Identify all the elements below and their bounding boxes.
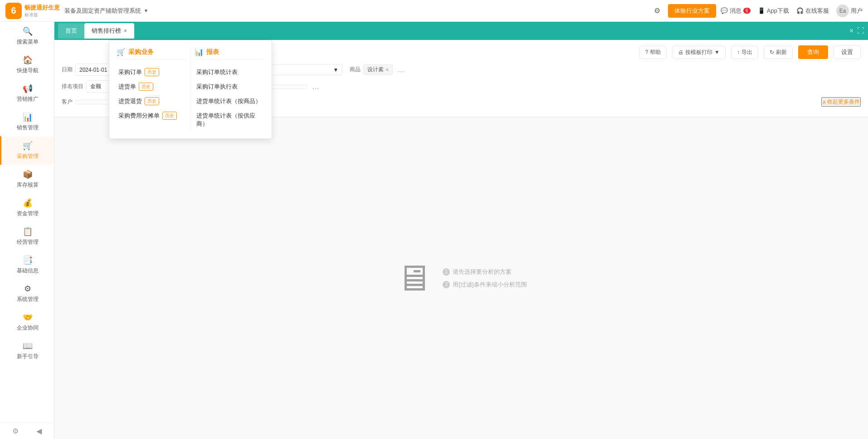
history-tag-0: 历史 [145, 68, 159, 76]
template-print-btn[interactable]: 🖨 按模板打印 ▼ [672, 46, 726, 59]
tab-home[interactable]: 首页 [58, 23, 84, 39]
query-btn[interactable]: 查询 [798, 45, 828, 59]
tab-expand-icon[interactable]: ⛶ [857, 27, 864, 35]
logo-icon: 6 [5, 3, 22, 19]
sidebar-item-guide[interactable]: 📖 新手引导 [0, 336, 54, 365]
goods-tag[interactable]: 设计素 × [363, 64, 393, 75]
sidebar-item-inventory[interactable]: 📦 库存核算 [0, 165, 54, 193]
sidebar-item-marketing[interactable]: 📢 营销推广 [0, 79, 54, 108]
help-icon: ? [645, 49, 648, 55]
goods-filter: 商品 设计素 × … [350, 64, 406, 75]
business-col-icon: 🛒 [117, 48, 126, 56]
sidebar-label-basic: 基础信息 [17, 267, 39, 275]
dropdown-item-order-exec[interactable]: 采购订单执行表 [195, 79, 265, 94]
dropdown-item-return[interactable]: 进货退货 历史 [117, 94, 187, 109]
search-icon: 🔍 [23, 26, 33, 36]
history-tag-2: 历史 [145, 97, 159, 105]
dropdown-col-business-header: 🛒 采购业务 [117, 48, 187, 59]
logo-area: 6 畅捷通好生意 标准版 [5, 3, 60, 19]
dropdown-col-report-header: 📊 报表 [195, 48, 265, 59]
history-tag-3: 历史 [162, 112, 177, 120]
salesman-dots-btn[interactable]: … [310, 83, 321, 91]
dropdown-item-inbound[interactable]: 进货单 历史 [117, 79, 187, 94]
empty-illustration: 🖥 [395, 257, 432, 299]
sales-icon: 📊 [23, 112, 33, 122]
online-service-button[interactable]: 🎧 在线客服 [796, 7, 829, 15]
tab-close-all-icon[interactable]: × [849, 27, 853, 35]
system-title-dropdown[interactable]: ▼ [144, 8, 148, 13]
sidebar-item-operation[interactable]: 📋 经营管理 [0, 222, 54, 251]
sidebar-label-inventory: 库存核算 [17, 181, 39, 189]
tab-bar-right: × ⛶ [849, 27, 864, 35]
operation-icon: 📋 [23, 227, 33, 237]
voucher-dropdown-icon: ▼ [333, 67, 339, 73]
dropdown-item-purchase-order[interactable]: 采购订单 历史 [117, 65, 187, 79]
goods-dots-btn[interactable]: … [395, 66, 406, 74]
app-download-button[interactable]: 📱 App下载 [758, 7, 789, 15]
sidebar-label-purchase: 采购管理 [17, 153, 39, 160]
export-btn[interactable]: ↑ 导出 [731, 46, 758, 59]
headset-icon: 🎧 [796, 7, 804, 14]
print-dropdown-icon: ▼ [714, 49, 720, 55]
refresh-icon: ↻ [770, 49, 774, 55]
sidebar-bottom: ⚙ ◀ [0, 423, 54, 439]
topbar: 6 畅捷通好生意 标准版 装备及固定资产辅助管理系统 ▼ ⚙ 体验行业方案 💬 … [0, 0, 868, 22]
basic-icon: 📑 [23, 255, 33, 265]
sidebar-item-search[interactable]: 🔍 搜索菜单 [0, 22, 54, 50]
user-button[interactable]: Ea 用户 [836, 5, 863, 17]
goods-tag-remove[interactable]: × [385, 67, 389, 73]
dropdown-col-report: 📊 报表 采购订单统计表 采购订单执行表 进货单统计表（按商品） 进货单统计表（… [195, 48, 265, 131]
empty-state: 🖥 1 请先选择要分析的方案 2 用[过滤]条件来缩小分析范围 [395, 257, 527, 299]
sidebar-item-system[interactable]: ⚙ 系统管理 [0, 279, 54, 308]
purchase-dropdown-menu: 🛒 采购业务 采购订单 历史 进货单 历史 进货退货 历史 [109, 40, 272, 139]
collab-icon: 🤝 [23, 312, 33, 322]
message-icon: 💬 [721, 7, 728, 14]
sidebar-label-system: 系统管理 [17, 296, 39, 303]
empty-hints: 1 请先选择要分析的方案 2 用[过滤]条件来缩小分析范围 [443, 268, 527, 289]
dropdown-item-inbound-supplier[interactable]: 进货单统计表（按供应商） [195, 109, 265, 131]
message-button[interactable]: 💬 消息 6 [721, 7, 751, 15]
tab-sales-ranking[interactable]: 销售排行榜 × [84, 23, 134, 39]
trial-button[interactable]: 体验行业方案 [668, 4, 716, 18]
dropdown-item-expense[interactable]: 采购费用分摊单 历史 [117, 109, 187, 123]
logo-text: 畅捷通好生意 标准版 [24, 4, 60, 18]
print-icon: 🖨 [678, 49, 683, 55]
help-btn[interactable]: ? 帮助 [639, 46, 667, 59]
tab-bar: 首页 销售排行榜 × × ⛶ [54, 22, 868, 40]
system-title: 装备及固定资产辅助管理系统 ▼ [64, 7, 646, 15]
sidebar-label-search: 搜索菜单 [17, 38, 39, 46]
sidebar-label-guide: 新手引导 [17, 353, 39, 360]
settings-btn[interactable]: 设置 [834, 45, 861, 59]
sidebar-label-nav: 快捷导航 [17, 67, 39, 74]
gear-button[interactable]: ⚙ [651, 5, 663, 17]
sidebar-item-purchase[interactable]: 🛒 采购管理 [0, 136, 54, 165]
sidebar-setting-btn[interactable]: ⚙ [12, 427, 19, 435]
sidebar-label-sales: 销售管理 [17, 124, 39, 132]
sidebar-item-nav[interactable]: 🏠 快捷导航 [0, 50, 54, 79]
message-badge: 6 [743, 8, 751, 14]
phone-icon: 📱 [758, 7, 765, 14]
avatar: Ea [836, 5, 849, 17]
sidebar-label-collab: 企业协同 [17, 324, 39, 332]
empty-hint-2: 2 用[过滤]条件来缩小分析范围 [443, 281, 527, 289]
sidebar-item-basic[interactable]: 📑 基础信息 [0, 251, 54, 279]
tab-close-icon[interactable]: × [124, 28, 127, 34]
main-content: 🖥 1 请先选择要分析的方案 2 用[过滤]条件来缩小分析范围 [54, 117, 868, 439]
home-icon: 🏠 [23, 55, 33, 65]
sidebar-item-finance[interactable]: 💰 资金管理 [0, 193, 54, 222]
collapse-icon: ∧ [822, 99, 826, 105]
collapse-btn[interactable]: ∧ 收起更多条件 [821, 97, 861, 107]
report-col-icon: 📊 [195, 48, 204, 56]
finance-icon: 💰 [23, 198, 33, 208]
export-icon: ↑ [737, 49, 740, 55]
dropdown-item-order-stat[interactable]: 采购订单统计表 [195, 65, 265, 79]
sidebar-label-finance: 资金管理 [17, 210, 39, 217]
content-area: 首页 销售排行榜 × × ⛶ ? 帮助 🖨 按模板打印 ▼ [54, 22, 868, 439]
sidebar-collapse-btn[interactable]: ◀ [36, 427, 42, 435]
dropdown-item-inbound-goods[interactable]: 进货单统计表（按商品） [195, 94, 265, 109]
sidebar-item-collab[interactable]: 🤝 企业协同 [0, 308, 54, 336]
refresh-btn[interactable]: ↻ 刷新 [764, 46, 793, 59]
sidebar-item-sales[interactable]: 📊 销售管理 [0, 108, 54, 136]
dropdown-col-business: 🛒 采购业务 采购订单 历史 进货单 历史 进货退货 历史 [117, 48, 187, 131]
dropdown-divider [190, 48, 191, 131]
